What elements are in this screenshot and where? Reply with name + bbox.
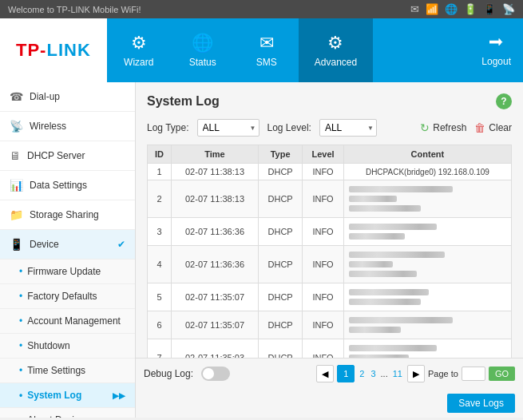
prev-page-button[interactable]: ◀ (316, 365, 334, 382)
storage-icon: 📁 (10, 208, 23, 221)
page-title: System Log (147, 94, 220, 109)
main-layout: ☎ Dial-up 📡 Wireless 🖥 DHCP Server 📊 Dat… (0, 82, 523, 418)
sidebar-subitems: Firmware Update Factory Defaults Account… (0, 260, 135, 418)
table-row: 202-07 11:38:13DHCPINFO (148, 180, 512, 218)
table-row: 602-07 11:35:07DHCPINFO (148, 311, 512, 339)
save-logs-button[interactable]: Save Logs (447, 394, 515, 413)
tab-status[interactable]: 🌐 Status (171, 18, 235, 82)
cell-id: 1 (148, 164, 172, 180)
tab-status-label: Status (189, 57, 216, 68)
system-log-arrow: ▶▶ (113, 391, 125, 400)
cell-time: 02-07 11:35:07 (172, 283, 259, 311)
battery-icon: 🔋 (464, 3, 477, 15)
sidebar-item-label: Dial-up (30, 91, 60, 102)
cell-content (343, 246, 511, 283)
sidebar-item-system-log[interactable]: System Log ▶▶ (0, 383, 135, 408)
cell-level: INFO (303, 180, 344, 218)
sidebar-item-storage-sharing[interactable]: 📁 Storage Sharing (0, 200, 135, 230)
sidebar: ☎ Dial-up 📡 Wireless 🖥 DHCP Server 📊 Dat… (0, 82, 136, 418)
sidebar-item-label: Device (30, 239, 59, 250)
logo: TP-LINK (16, 40, 91, 61)
top-bar-icons: ✉ 📶 🌐 🔋 📱 📡 (410, 3, 515, 15)
page-ellipsis: ... (381, 369, 388, 378)
sidebar-item-shutdown[interactable]: Shutdown (0, 334, 135, 359)
cell-type: DHCP (258, 283, 302, 311)
sidebar-item-dial-up[interactable]: ☎ Dial-up (0, 82, 135, 112)
sidebar-item-label: Storage Sharing (30, 209, 99, 220)
cell-time: 02-07 11:36:36 (172, 218, 259, 246)
envelope-icon: ✉ (410, 3, 419, 15)
logout-area[interactable]: ⮕ Logout (470, 18, 523, 82)
cell-id: 6 (148, 311, 172, 339)
sidebar-item-label: Wireless (30, 121, 66, 132)
sidebar-item-account-management[interactable]: Account Management (0, 309, 135, 334)
table-row: 702-07 11:35:03DHCPINFO (148, 339, 512, 359)
tab-wizard[interactable]: ⚙ Wizard (107, 18, 171, 82)
col-time: Time (172, 145, 259, 164)
cell-time: 02-07 11:38:13 (172, 180, 259, 218)
cell-content: DHCPACK(bridge0) 192.168.0.109 (343, 164, 511, 180)
cell-level: INFO (303, 339, 344, 359)
dhcp-icon: 🖥 (10, 149, 21, 162)
time-settings-label: Time Settings (27, 365, 85, 376)
sidebar-item-label: DHCP Server (27, 150, 85, 161)
page-3-link[interactable]: 3 (369, 367, 377, 380)
pagination: ◀ 1 2 3 ... 11 ▶ Page to GO (316, 365, 515, 382)
signal-icon: 📶 (426, 3, 438, 15)
tab-sms[interactable]: ✉ SMS (235, 18, 299, 82)
cell-content (343, 339, 511, 359)
tab-advanced[interactable]: ⚙ Advanced (299, 18, 373, 82)
dial-up-icon: ☎ (10, 90, 23, 103)
advanced-icon: ⚙ (327, 33, 343, 53)
filter-actions: ↻ Refresh 🗑 Clear (420, 121, 512, 134)
tab-wizard-label: Wizard (124, 57, 153, 68)
sidebar-item-data-settings[interactable]: 📊 Data Settings (0, 171, 135, 200)
header: TP-LINK ⚙ Wizard 🌐 Status ✉ SMS ⚙ Advanc… (0, 18, 523, 82)
tab-sms-label: SMS (256, 57, 277, 68)
col-type: Type (258, 145, 302, 164)
page-1-button[interactable]: 1 (337, 365, 355, 382)
cell-type: DHCP (258, 164, 302, 180)
account-management-label: Account Management (27, 315, 121, 327)
wizard-icon: ⚙ (131, 33, 147, 53)
cell-id: 4 (148, 246, 172, 283)
page-to-label: Page to (428, 369, 458, 378)
table-row: 102-07 11:38:13DHCPINFODHCPACK(bridge0) … (148, 164, 512, 180)
device-check-icon: ✔ (117, 239, 125, 250)
top-bar: Welcome to TP-LINK Mobile WiFi! ✉ 📶 🌐 🔋 … (0, 0, 523, 18)
clear-button[interactable]: 🗑 Clear (474, 121, 512, 134)
log-level-select[interactable]: ALL INFO WARN ERROR (319, 119, 377, 137)
status-icon: 🌐 (192, 33, 213, 53)
nav-tabs: ⚙ Wizard 🌐 Status ✉ SMS ⚙ Advanced (107, 18, 470, 82)
help-icon[interactable]: ? (496, 93, 512, 109)
logo-area: TP-LINK (0, 18, 107, 82)
logout-icon: ⮕ (489, 34, 505, 53)
device-icon: 📱 (10, 238, 23, 251)
sidebar-item-device[interactable]: 📱 Device ✔ (0, 230, 135, 260)
sidebar-item-wireless[interactable]: 📡 Wireless (0, 112, 135, 141)
refresh-button[interactable]: ↻ Refresh (420, 121, 466, 134)
sidebar-item-factory-defaults[interactable]: Factory Defaults (0, 284, 135, 309)
bottom-bar: Debug Log: ◀ 1 2 3 ... 11 ▶ Page to GO (136, 358, 523, 389)
page-11-link[interactable]: 11 (391, 367, 404, 380)
go-button[interactable]: GO (489, 367, 515, 381)
log-type-select[interactable]: ALL DHCP PPP SYSTEM (197, 119, 260, 137)
sim-icon: 📱 (483, 3, 496, 15)
tab-advanced-label: Advanced (315, 57, 357, 68)
sidebar-item-firmware-update[interactable]: Firmware Update (0, 260, 135, 284)
sidebar-item-time-settings[interactable]: Time Settings (0, 359, 135, 383)
log-table: ID Time Type Level Content 102-07 11:38:… (147, 145, 512, 358)
cell-id: 3 (148, 218, 172, 246)
sidebar-item-dhcp-server[interactable]: 🖥 DHCP Server (0, 141, 135, 171)
debug-toggle[interactable] (201, 367, 230, 381)
cell-content (343, 283, 511, 311)
col-content: Content (343, 145, 511, 164)
sidebar-item-about-device[interactable]: About Device (0, 408, 135, 418)
shutdown-label: Shutdown (27, 340, 69, 351)
col-id: ID (148, 145, 172, 164)
page-to-input[interactable] (462, 367, 485, 381)
page-2-link[interactable]: 2 (358, 367, 366, 380)
next-page-button[interactable]: ▶ (407, 365, 425, 382)
clear-label: Clear (489, 122, 512, 133)
cell-type: DHCP (258, 339, 302, 359)
